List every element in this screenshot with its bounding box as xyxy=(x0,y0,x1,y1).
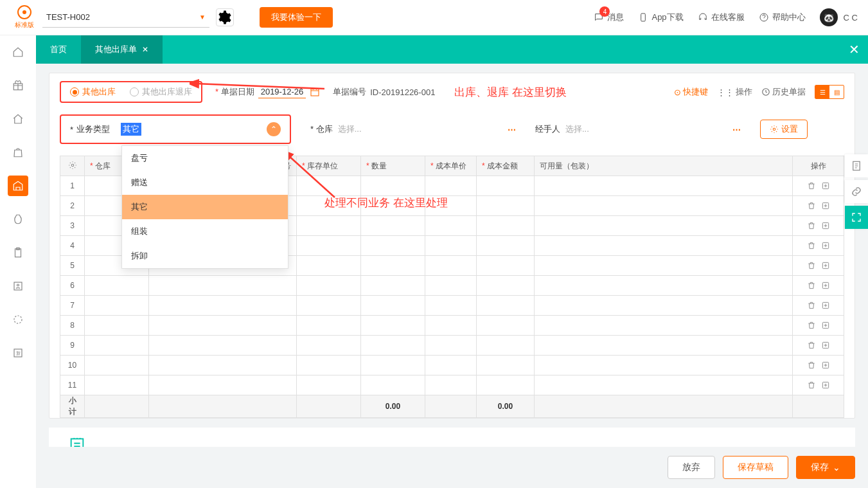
view-toggle[interactable]: ☰ ▤ xyxy=(815,85,844,99)
row-number: 10 xyxy=(60,356,85,375)
rail-warehouse[interactable] xyxy=(8,176,28,196)
org-settings-button[interactable] xyxy=(216,8,234,26)
rail-circle[interactable] xyxy=(8,309,28,330)
rail-gift[interactable] xyxy=(8,75,28,96)
plus-box-icon xyxy=(821,381,830,390)
save-draft-button[interactable]: 保存草稿 xyxy=(723,456,788,479)
discard-button[interactable]: 放弃 xyxy=(668,456,715,479)
add-row-button[interactable] xyxy=(820,260,831,271)
quickkey-link[interactable]: ⊙快捷键 xyxy=(674,86,708,98)
more-icon[interactable]: ⋯ xyxy=(508,125,516,134)
rail-home[interactable] xyxy=(8,42,28,62)
history-link[interactable]: 历史单据 xyxy=(761,86,806,98)
table-row[interactable]: 8 xyxy=(60,316,844,336)
annotation-top: 出库、退库 在这里切换 xyxy=(454,85,567,100)
more-icon[interactable]: ⋯ xyxy=(732,125,741,134)
col-available: 可用量（包装） xyxy=(535,156,793,176)
delete-row-button[interactable] xyxy=(806,300,817,311)
user-menu[interactable]: 🐼 C C xyxy=(820,8,858,26)
sidetool-expand[interactable] xyxy=(845,206,868,229)
tab-other-outbound[interactable]: 其他出库单 ✕ xyxy=(81,35,163,64)
svg-rect-11 xyxy=(311,89,319,96)
rail-house[interactable] xyxy=(8,109,28,129)
trash-icon xyxy=(807,201,816,210)
app-download-button[interactable]: App下载 xyxy=(638,12,683,23)
cta-try-button[interactable]: 我要体验一下 xyxy=(260,7,333,28)
radio-return[interactable]: 其他出库退库 xyxy=(130,86,192,98)
table-row[interactable]: 9 xyxy=(60,336,844,356)
delete-row-button[interactable] xyxy=(806,359,817,371)
add-row-button[interactable] xyxy=(820,359,831,371)
remark-card: 备注信息 xyxy=(49,428,855,447)
table-row[interactable]: 11 xyxy=(60,375,844,395)
warehouse-select[interactable]: * 仓库 选择... ⋯ xyxy=(310,123,516,135)
plus-box-icon xyxy=(821,181,830,190)
rail-money[interactable] xyxy=(8,209,28,230)
delete-row-button[interactable] xyxy=(806,240,817,251)
doc-date-value[interactable]: 2019-12-26 xyxy=(258,86,306,98)
rail-bag[interactable] xyxy=(8,142,28,163)
plus-box-icon xyxy=(821,321,830,330)
add-row-button[interactable] xyxy=(820,320,831,331)
radio-outbound[interactable]: 其他出库 xyxy=(70,86,116,98)
chevron-down-icon: ▼ xyxy=(199,14,206,21)
chevron-up-icon[interactable]: ⌃ xyxy=(267,122,281,136)
help-button[interactable]: 帮助中心 xyxy=(759,12,806,23)
table-row[interactable]: 10 xyxy=(60,356,844,375)
plus-box-icon xyxy=(821,221,830,230)
tab-home[interactable]: 首页 xyxy=(36,35,81,64)
delete-row-button[interactable] xyxy=(806,200,817,212)
col-gear[interactable] xyxy=(60,156,85,176)
add-row-button[interactable] xyxy=(820,240,831,251)
dropdown-item[interactable]: 赠送 xyxy=(122,170,288,195)
dropdown-item[interactable]: 组装 xyxy=(122,219,288,244)
dropdown-item[interactable]: 其它 xyxy=(122,195,288,219)
radio-icon xyxy=(70,87,79,96)
page-body: 其他出库 其他出库退库 * 单据日期 2019-12-26 单据编号 ID-20… xyxy=(36,64,868,447)
operate-link[interactable]: ⋮⋮操作 xyxy=(717,86,752,98)
sidetool-link[interactable] xyxy=(845,180,868,203)
rail-new[interactable]: 新 xyxy=(8,343,28,363)
table-row[interactable]: 7 xyxy=(60,296,844,316)
table-row[interactable]: 6 xyxy=(60,276,844,296)
add-row-button[interactable] xyxy=(820,300,831,311)
messages-button[interactable]: 4 消息 xyxy=(594,12,624,23)
biztype-select[interactable]: *业务类型 其它 ⌃ xyxy=(60,114,291,144)
calendar-icon[interactable] xyxy=(310,87,320,97)
rail-clipboard[interactable] xyxy=(8,242,28,263)
add-row-button[interactable] xyxy=(820,280,831,291)
delete-row-button[interactable] xyxy=(806,260,817,271)
add-row-button[interactable] xyxy=(820,220,831,231)
handler-select[interactable]: 经手人 选择... ⋯ xyxy=(535,123,741,135)
delete-row-button[interactable] xyxy=(806,320,817,331)
delete-row-button[interactable] xyxy=(806,220,817,231)
add-row-button[interactable] xyxy=(820,180,831,192)
save-button[interactable]: 保存⌄ xyxy=(796,456,855,479)
add-row-button[interactable] xyxy=(820,339,831,351)
delete-row-button[interactable] xyxy=(806,339,817,351)
plus-box-icon xyxy=(821,281,830,290)
plus-box-icon xyxy=(821,341,830,350)
org-selector[interactable]: TEST-H002 ▼ xyxy=(42,7,209,28)
add-row-button[interactable] xyxy=(820,200,831,212)
bag-icon xyxy=(12,147,24,158)
online-cs-button[interactable]: 在线客服 xyxy=(698,12,745,23)
tabstrip-close[interactable]: ✕ xyxy=(840,35,868,64)
close-icon[interactable]: ✕ xyxy=(142,45,148,54)
delete-row-button[interactable] xyxy=(806,379,817,391)
view-grid-icon[interactable]: ▤ xyxy=(829,86,844,98)
delete-row-button[interactable] xyxy=(806,280,817,291)
sidetool-doc[interactable] xyxy=(845,154,868,177)
form-row-1: 其他出库 其他出库退库 * 单据日期 2019-12-26 单据编号 ID-20… xyxy=(60,81,844,103)
add-row-button[interactable] xyxy=(820,379,831,391)
rail-contact[interactable] xyxy=(8,276,28,296)
trash-icon xyxy=(807,381,816,390)
settings-button[interactable]: 设置 xyxy=(760,120,808,139)
nav-rail: 新 xyxy=(0,35,36,488)
brand-label: 标准版 xyxy=(15,21,34,30)
annotation-mid: 处理不同业务 在这里处理 xyxy=(324,195,448,210)
view-list-icon[interactable]: ☰ xyxy=(815,86,829,98)
delete-row-button[interactable] xyxy=(806,180,817,192)
dropdown-item[interactable]: 拆卸 xyxy=(122,244,288,268)
dropdown-item[interactable]: 盘亏 xyxy=(122,146,288,170)
